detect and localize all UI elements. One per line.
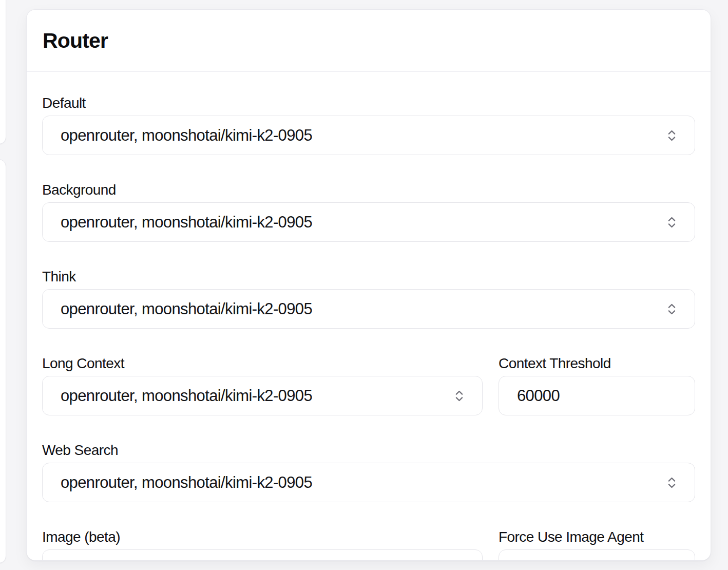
think-label: Think [42,269,695,284]
default-model-value: openrouter, moonshotai/kimi-k2-0905 [61,126,312,145]
field-long-context: Long Context openrouter, moonshotai/kimi… [42,356,483,415]
chevrons-up-down-icon [665,302,679,316]
context-threshold-label: Context Threshold [499,356,695,371]
think-model-select[interactable]: openrouter, moonshotai/kimi-k2-0905 [42,289,695,329]
chevrons-up-down-icon [665,476,679,489]
think-model-value: openrouter, moonshotai/kimi-k2-0905 [61,300,312,318]
router-card-content: Default openrouter, moonshotai/kimi-k2-0… [27,72,711,561]
field-image: Image (beta) [42,529,483,561]
left-adjacent-card-top [0,0,6,144]
page-title: Router [43,29,108,53]
force-use-image-agent-input[interactable] [499,549,695,561]
background-model-value: openrouter, moonshotai/kimi-k2-0905 [61,213,312,232]
long-context-model-value: openrouter, moonshotai/kimi-k2-0905 [61,387,312,405]
background-model-select[interactable]: openrouter, moonshotai/kimi-k2-0905 [42,202,695,242]
web-search-label: Web Search [42,443,695,458]
long-context-model-select[interactable]: openrouter, moonshotai/kimi-k2-0905 [42,376,483,415]
web-search-model-select[interactable]: openrouter, moonshotai/kimi-k2-0905 [42,463,695,502]
image-row: Image (beta) Force Use Image Agent [42,529,695,561]
context-threshold-input[interactable] [499,376,695,415]
long-context-row: Long Context openrouter, moonshotai/kimi… [42,356,695,443]
field-force-use-image-agent: Force Use Image Agent [499,529,695,561]
field-background: Background openrouter, moonshotai/kimi-k… [42,182,695,242]
chevrons-up-down-icon [452,389,466,403]
field-think: Think openrouter, moonshotai/kimi-k2-090… [42,269,695,329]
field-default: Default openrouter, moonshotai/kimi-k2-0… [42,96,695,155]
force-use-image-agent-label: Force Use Image Agent [499,529,695,545]
router-settings-card: Router Default openrouter, moonshotai/ki… [26,9,711,561]
chevrons-up-down-icon [665,215,679,229]
chevrons-up-down-icon [665,128,679,142]
default-model-select[interactable]: openrouter, moonshotai/kimi-k2-0905 [42,116,695,155]
field-context-threshold: Context Threshold [499,356,695,415]
left-adjacent-card-bottom [0,159,6,563]
router-card-header: Router [27,10,711,72]
field-web-search: Web Search openrouter, moonshotai/kimi-k… [42,443,695,502]
long-context-label: Long Context [42,356,483,371]
background-label: Background [42,182,695,198]
image-model-select[interactable] [42,549,483,561]
image-label: Image (beta) [42,529,483,545]
default-label: Default [42,96,695,111]
web-search-model-value: openrouter, moonshotai/kimi-k2-0905 [61,473,312,492]
